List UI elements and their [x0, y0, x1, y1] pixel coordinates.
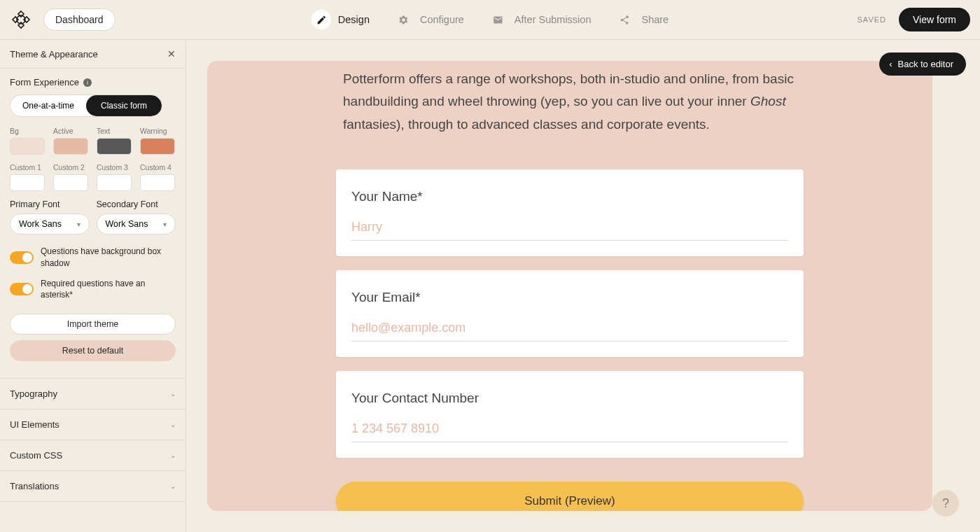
swatch-bg-label: Bg [10, 127, 45, 135]
back-to-editor-button[interactable]: ‹ Back to editor [879, 52, 966, 76]
swatch-custom-4[interactable] [140, 174, 175, 191]
section-label: Translations [10, 481, 59, 491]
nav-label: Configure [420, 14, 464, 25]
top-bar: Dashboard Design Configure After Submiss… [0, 0, 980, 40]
chevron-down-icon: ⌄ [170, 482, 176, 490]
toggle-box-shadow[interactable] [10, 251, 34, 264]
swatch-custom-1[interactable] [10, 174, 45, 191]
nav-label: Share [641, 14, 668, 25]
share-icon [615, 10, 634, 29]
swatch-custom-3[interactable] [97, 174, 132, 191]
swatch-c3-label: Custom 3 [97, 163, 132, 172]
nav-configure[interactable]: Configure [393, 10, 464, 29]
dashboard-button[interactable]: Dashboard [43, 8, 115, 31]
toggle-asterisk[interactable] [10, 283, 34, 295]
chevron-down-icon: ⌄ [170, 390, 176, 398]
chevron-left-icon: ‹ [889, 59, 892, 69]
section-typography[interactable]: Typography ⌄ [0, 378, 186, 409]
section-ui-elements[interactable]: UI Elements ⌄ [0, 409, 186, 440]
mail-icon [488, 10, 507, 29]
app-logo[interactable] [10, 8, 32, 31]
nav-share[interactable]: Share [615, 10, 668, 29]
theme-sidebar: Theme & Appearance ✕ Form Experience i O… [0, 40, 186, 532]
reset-default-button[interactable]: Reset to default [10, 340, 176, 361]
secondary-font-value: Work Sans [106, 219, 148, 229]
swatch-warning[interactable] [140, 138, 175, 155]
preview-canvas-wrapper: ‹ Back to editor Potterform offers a ran… [186, 40, 980, 532]
swatch-text[interactable] [97, 138, 132, 155]
secondary-font-select[interactable]: Work Sans ▾ [97, 214, 176, 234]
swatch-bg[interactable] [10, 138, 45, 155]
import-theme-button[interactable]: Import theme [10, 314, 176, 335]
section-label: Typography [10, 388, 57, 399]
swatch-warning-label: Warning [140, 127, 175, 135]
nav-design[interactable]: Design [312, 10, 370, 29]
saved-indicator: SAVED [858, 15, 886, 24]
question-card-phone: Your Contact Number [336, 371, 804, 458]
back-label: Back to editor [898, 59, 954, 69]
help-button[interactable]: ? [932, 490, 959, 517]
intro-paragraph: Potterform offers a range of workshops, … [339, 68, 801, 136]
swatch-active[interactable] [53, 138, 88, 155]
section-label: UI Elements [10, 419, 59, 430]
primary-font-label: Primary Font [10, 200, 90, 209]
form-preview: Potterform offers a range of workshops, … [207, 61, 932, 511]
phone-input[interactable] [351, 416, 788, 442]
chevron-down-icon: ⌄ [170, 421, 176, 428]
primary-font-select[interactable]: Work Sans ▾ [10, 214, 90, 234]
swatch-custom-2[interactable] [53, 174, 88, 191]
section-translations[interactable]: Translations ⌄ [0, 470, 186, 502]
nav-after-submission[interactable]: After Submission [488, 10, 592, 29]
form-experience-label: Form Experience [10, 77, 79, 88]
sidebar-title: Theme & Appearance [10, 49, 98, 59]
nav-label: Design [338, 14, 370, 25]
question-label: Your Contact Number [351, 391, 788, 406]
toggle-asterisk-label: Required questions have an asterisk* [41, 278, 176, 302]
close-icon[interactable]: ✕ [167, 48, 176, 59]
email-input[interactable] [351, 315, 788, 342]
form-experience-toggle: One-at-a-time Classic form [10, 94, 162, 117]
swatch-c1-label: Custom 1 [10, 163, 45, 172]
swatch-text-label: Text [97, 127, 132, 135]
chevron-down-icon: ⌄ [170, 451, 176, 459]
primary-font-value: Work Sans [19, 219, 62, 229]
question-label: Your Name* [351, 189, 788, 204]
nav-label: After Submission [514, 14, 592, 25]
question-icon: ? [942, 496, 949, 511]
secondary-font-label: Secondary Font [97, 200, 176, 209]
gear-icon [393, 10, 413, 29]
section-custom-css[interactable]: Custom CSS ⌄ [0, 440, 186, 470]
question-card-name: Your Name* [336, 169, 804, 256]
question-label: Your Email* [351, 290, 788, 305]
view-form-button[interactable]: View form [899, 8, 970, 31]
pencil-icon [312, 10, 331, 29]
segment-classic-form[interactable]: Classic form [86, 95, 162, 116]
chevron-down-icon: ▾ [77, 220, 80, 228]
question-card-email: Your Email* [336, 270, 804, 357]
chevron-down-icon: ▾ [163, 220, 167, 228]
name-input[interactable] [351, 214, 788, 241]
segment-one-at-a-time[interactable]: One-at-a-time [10, 95, 86, 116]
info-icon[interactable]: i [83, 78, 92, 87]
swatch-active-label: Active [53, 127, 88, 135]
toggle-box-shadow-label: Questions have background box shadow [41, 246, 176, 270]
section-label: Custom CSS [10, 450, 62, 461]
submit-preview-button[interactable]: Submit (Preview) [336, 482, 804, 511]
swatch-c4-label: Custom 4 [140, 163, 175, 172]
swatch-c2-label: Custom 2 [53, 163, 88, 172]
